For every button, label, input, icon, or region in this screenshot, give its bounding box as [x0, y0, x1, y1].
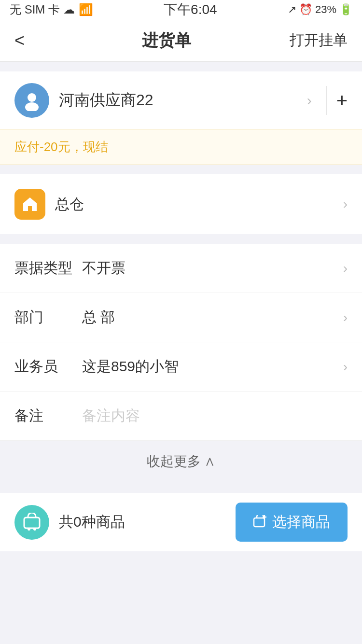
supplier-chevron-icon: › [307, 92, 312, 109]
avatar-svg [21, 90, 42, 111]
salesperson-row[interactable]: 业务员 这是859的小智 › [0, 342, 362, 392]
add-supplier-button[interactable]: + [336, 90, 348, 112]
collapse-button[interactable]: 收起更多 ∧ [0, 441, 362, 482]
cart-icon [22, 513, 42, 532]
select-product-icon [253, 515, 267, 530]
warehouse-row[interactable]: 总仓 › [0, 174, 362, 234]
status-bar: 无 SIM 卡 ☁ 📶 下午6:04 ↗ ⏰ 23% 🔋 [0, 0, 362, 19]
status-left: 无 SIM 卡 ☁ 📶 [10, 2, 93, 17]
battery-label: 23% [315, 3, 336, 16]
department-label: 部门 [14, 308, 72, 327]
location-icon: ↗ [288, 3, 296, 16]
collapse-label: 收起更多 ∧ [147, 454, 216, 469]
select-product-button[interactable]: 选择商品 [236, 503, 348, 542]
alarm-icon: ⏰ [299, 3, 312, 16]
open-pending-button[interactable]: 打开挂单 [290, 30, 348, 50]
svg-point-4 [33, 528, 36, 531]
svg-point-0 [28, 93, 36, 102]
remark-label: 备注 [14, 406, 72, 426]
salesperson-label: 业务员 [14, 357, 72, 377]
svg-point-3 [28, 528, 30, 531]
select-product-label: 选择商品 [272, 512, 330, 532]
notice-text: 应付-20元，现结 [14, 140, 108, 154]
warehouse-section: 总仓 › [0, 174, 362, 234]
section-gap-2 [0, 165, 362, 174]
vertical-divider [326, 86, 327, 115]
section-gap-1 [0, 62, 362, 71]
page-title: 进货单 [142, 29, 191, 52]
status-time: 下午6:04 [164, 0, 217, 19]
svg-point-1 [25, 102, 39, 111]
supplier-avatar [14, 83, 49, 118]
product-count-label: 共0种商品 [59, 512, 236, 532]
remark-row[interactable]: 备注 备注内容 [0, 392, 362, 441]
form-section: 票据类型 不开票 › 部门 总 部 › 业务员 这是859的小智 › 备注 备注… [0, 244, 362, 441]
invoice-type-row[interactable]: 票据类型 不开票 › [0, 244, 362, 293]
warehouse-label: 总仓 [55, 195, 343, 214]
invoice-type-label: 票据类型 [14, 258, 72, 278]
warehouse-chevron-icon: › [343, 196, 348, 212]
svg-rect-2 [24, 518, 40, 528]
warehouse-icon [21, 196, 39, 213]
section-gap-4 [0, 482, 362, 492]
supplier-row[interactable]: 河南供应商22 › + [0, 71, 362, 129]
svg-rect-5 [254, 518, 265, 527]
nav-bar: < 进货单 打开挂单 [0, 19, 362, 62]
back-button[interactable]: < [14, 30, 43, 51]
status-right: ↗ ⏰ 23% 🔋 [288, 3, 352, 16]
invoice-type-chevron-icon: › [343, 261, 348, 276]
warehouse-icon-wrap [14, 189, 45, 220]
remark-input[interactable]: 备注内容 [72, 406, 348, 426]
battery-icon: 🔋 [339, 3, 352, 16]
salesperson-value: 这是859的小智 [72, 357, 343, 377]
supplier-name: 河南供应商22 [59, 90, 307, 111]
supplier-section: 河南供应商22 › + 应付-20元，现结 [0, 71, 362, 165]
wifi-icon: 📶 [79, 3, 93, 16]
department-row[interactable]: 部门 总 部 › [0, 293, 362, 342]
product-bar: 共0种商品 选择商品 [0, 493, 362, 551]
section-gap-3 [0, 234, 362, 244]
product-icon-wrap [14, 505, 49, 540]
department-value: 总 部 [72, 308, 343, 327]
salesperson-chevron-icon: › [343, 359, 348, 375]
invoice-type-value: 不开票 [72, 258, 343, 278]
sim-label: 无 SIM 卡 ☁ [10, 2, 75, 17]
notice-banner: 应付-20元，现结 [0, 129, 362, 165]
background-fill [0, 551, 362, 644]
department-chevron-icon: › [343, 310, 348, 325]
